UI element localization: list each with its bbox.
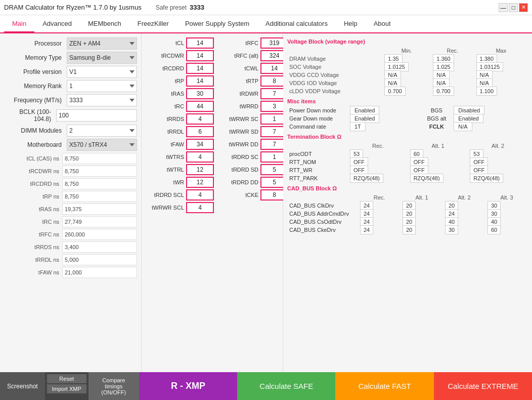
cad-header-name [287, 193, 358, 202]
trdrd-scl-label: tRDRD SCL [144, 192, 184, 198]
vt-header-max: Max [474, 47, 528, 55]
command-rate-name: Command rate [287, 123, 348, 131]
processor-row: Processor ZEN + AM4 [4, 37, 137, 50]
rxmp-button[interactable]: R - XMP [139, 372, 237, 400]
trp-input[interactable] [186, 75, 214, 87]
safe-preset-value: 3333 [190, 4, 204, 11]
cad-cke-rec: 24 [360, 225, 373, 234]
cad-csodt-name: CAD_BUS CsOdtDrv [287, 218, 358, 226]
tcl-input[interactable] [186, 37, 214, 49]
nav-power-supply[interactable]: Power Supply System [177, 16, 257, 33]
screenshot-button[interactable]: Screenshot [0, 372, 45, 400]
nav-main[interactable]: Main [4, 16, 34, 33]
trcdrd-input[interactable] [186, 63, 214, 74]
trcdwr-input[interactable] [186, 50, 214, 61]
twrwr-scl-label: tWRWR SCL [144, 205, 184, 211]
twrwr-sc-label: tWRWR SC [218, 116, 258, 122]
bclk-input[interactable]: 100 [56, 109, 137, 122]
title-bar-controls: — □ ✕ [499, 3, 528, 12]
cad-header-alt3: Alt. 3 [485, 193, 528, 202]
cldo-vddp-min: 0.700 [384, 87, 406, 96]
trrdl-ns-input[interactable] [62, 254, 137, 265]
memory-rank-row: Memory Rank 1 [4, 80, 137, 92]
cad-header-alt2: Alt. 2 [443, 193, 485, 202]
restore-button[interactable]: □ [509, 3, 518, 12]
safe-preset-label: Safe preset [156, 4, 187, 11]
trrdl-ns-label: tRRDL ns [4, 257, 62, 263]
tras-ns-input[interactable] [62, 204, 137, 215]
twr-label: tWR [144, 179, 184, 185]
compare-timings-button[interactable]: Compare timings (ON/OFF) [88, 372, 139, 400]
trcdrd-label: tRCDRD [144, 65, 184, 71]
trdrd-dd-label: tRDRD DD [218, 179, 258, 185]
import-xmp-button[interactable]: Import XMP [47, 384, 86, 393]
twtrs-input[interactable] [186, 151, 214, 163]
trrds-input[interactable] [186, 113, 214, 125]
command-rate-val: 1T [350, 122, 366, 131]
twtrl-input[interactable] [186, 164, 214, 175]
nav-bar: Main Advanced MEMbench FreezKiller Power… [0, 15, 532, 33]
cldo-vddp-max: 1.100 [476, 87, 498, 96]
dimm-select[interactable]: 2 [67, 125, 137, 137]
nav-help[interactable]: Help [336, 16, 366, 33]
nav-freezkiller[interactable]: FreezKiller [129, 16, 177, 33]
cad-clkdrv-name: CAD_BUS ClkDrv [287, 202, 358, 210]
memory-type-row: Memory Type Samsung B-die [4, 52, 137, 64]
tras-input[interactable] [186, 88, 214, 99]
calculate-fast-button[interactable]: Calculate FAST [335, 372, 433, 400]
reset-button[interactable]: Reset [47, 374, 86, 383]
twr-input[interactable] [186, 177, 214, 188]
trrdl-input[interactable] [186, 126, 214, 137]
memory-type-select[interactable]: Samsung B-die [67, 52, 137, 64]
nav-membench[interactable]: MEMbench [80, 16, 129, 33]
trdrd-scl-input[interactable] [186, 189, 214, 201]
trp-label: tRP [144, 78, 184, 84]
table-row: SOC Voltage 1.0125 1.025 1.03125 [287, 63, 528, 71]
tcl-ns-label: tCL (CAS) ns [4, 155, 62, 162]
memory-rank-select[interactable]: 1 [67, 80, 137, 92]
nav-additional[interactable]: Additional calculators [257, 16, 336, 33]
timings-left-col: tCL tRCDWR tRCDRD tRP tRAS tRC tRRDS tRR… [144, 37, 214, 215]
rtt-park-alt2: RZQ/6(48) [470, 174, 503, 183]
processor-label: Processor [4, 40, 65, 47]
table-row: cLDO VDDP Voltage 0.700 0.700 1.100 [287, 87, 528, 95]
trc-ns-input[interactable] [62, 216, 137, 227]
small-buttons-group: Reset Import XMP [45, 372, 88, 400]
table-row: procODT 53 60 53 [287, 150, 528, 158]
trcdwr-ns-input[interactable] [62, 166, 137, 177]
motherboard-label: Motherboard [4, 141, 65, 148]
voltage-table: Min. Rec. Max DRAM Voltage 1.35 1.360 1.… [287, 47, 528, 95]
calculate-extreme-button[interactable]: Calculate EXTREME [434, 372, 532, 400]
nav-advanced[interactable]: Advanced [34, 16, 80, 33]
minimize-button[interactable]: — [499, 3, 508, 12]
tfaw-ns-input[interactable] [62, 267, 137, 278]
table-row: CAD_BUS CkeDrv 24 20 30 60 [287, 226, 528, 234]
trfc-label: tRFC [218, 40, 258, 46]
calculate-safe-button[interactable]: Calculate SAFE [237, 372, 335, 400]
motherboard-select[interactable]: X570 / sTRX4 [67, 139, 137, 151]
app-title: DRAM Calculator for Ryzen™ 1.7.0 by 1usm… [4, 4, 142, 11]
vt-header-name [287, 47, 382, 55]
frequency-select[interactable]: 3333 [67, 94, 137, 106]
trrds-ns-input[interactable] [62, 242, 137, 253]
trcdrd-ns-input[interactable] [62, 178, 137, 189]
tcl-ns-input[interactable] [62, 153, 137, 164]
timings-right-col: tRFC tRFC (alt) tCWL tRTP tRDWR tWRRD tW… [218, 37, 288, 215]
close-button[interactable]: ✕ [519, 3, 528, 12]
ns-fields-container: tCL (CAS) ns tRCDWR ns tRCDRD ns tRP ns … [4, 153, 137, 278]
trp-ns-input[interactable] [62, 191, 137, 202]
motherboard-row: Motherboard X570 / sTRX4 [4, 139, 137, 151]
trrds-ns-label: tRRDS ns [4, 244, 62, 250]
trc-input[interactable] [186, 101, 214, 112]
nav-about[interactable]: About [366, 16, 399, 33]
table-row: DRAM Voltage 1.35 1.360 1.380 [287, 55, 528, 63]
trfc-ns-input[interactable] [62, 229, 137, 240]
profile-version-select[interactable]: V1 [67, 66, 137, 78]
tras-label: tRAS [144, 91, 184, 97]
processor-select[interactable]: ZEN + AM4 [67, 37, 137, 50]
misc-block-title: Misc items [287, 98, 528, 104]
cad-table: Rec. Alt. 1 Alt. 2 Alt. 3 CAD_BUS ClkDrv… [287, 193, 528, 234]
fclk-val: N/A [454, 122, 472, 131]
tfaw-input[interactable] [186, 139, 214, 150]
twrwr-scl-input[interactable] [186, 202, 214, 213]
